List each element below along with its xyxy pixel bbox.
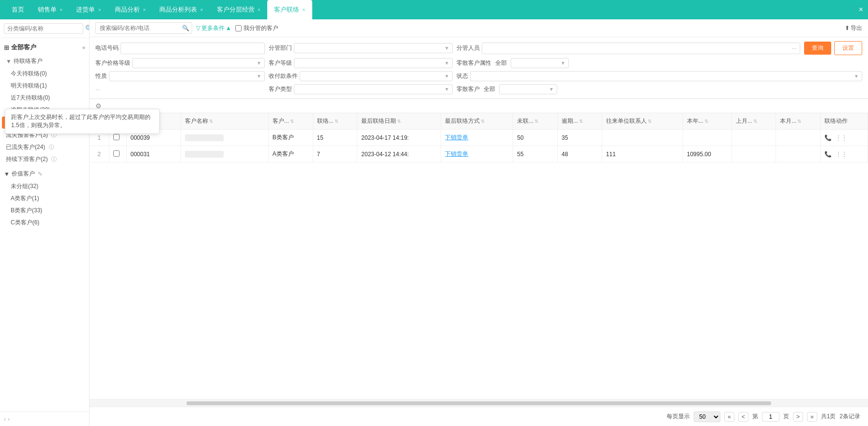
sidebar-item-declining[interactable]: 持续下滑客户(2) ⓘ [0, 153, 89, 165]
cell-action-1: 📞 ⋮⋮ [821, 130, 868, 146]
price-level-select[interactable]: ▼ [132, 58, 265, 68]
query-button[interactable]: 查询 [804, 42, 831, 55]
sidebar-item-c-class[interactable]: C类客户(6) [0, 217, 89, 229]
prev-page-btn[interactable]: < [738, 412, 748, 422]
more-conditions-btn[interactable]: ▽ 更多条件 ▲ [196, 24, 231, 32]
left-arrow-icon[interactable]: ‹ [4, 416, 6, 423]
cell-level-1: B类客户 [268, 130, 313, 146]
nav-home[interactable]: 首页 [5, 0, 31, 19]
nav-product-analysis-list[interactable]: 商品分析列表 × [152, 0, 210, 19]
nav-sales-close[interactable]: × [60, 7, 62, 13]
col-name[interactable]: 客户名称 ⇅ [181, 113, 268, 130]
status-select[interactable]: ▼ [470, 71, 862, 81]
manager-select[interactable]: ··· [482, 43, 800, 54]
customer-level-select[interactable]: ▼ [294, 58, 453, 68]
filter-payment: 收付款条件 ▼ [269, 71, 453, 81]
sidebar-section-pending[interactable]: ▼ 待联络客户 [0, 55, 89, 68]
nav-customer-layer[interactable]: 客户分层经营 × [210, 0, 267, 19]
nature-select[interactable]: ▼ [109, 71, 265, 81]
dept-select[interactable]: ▼ [294, 43, 453, 53]
col-company-contact[interactable]: 往来单位联系人 ⇅ [602, 113, 683, 130]
nav-sales[interactable]: 销售单 × [31, 0, 69, 19]
customer-level-chevron-icon: ▼ [444, 60, 449, 66]
collapse-icon[interactable]: « [82, 44, 85, 50]
cell-method-1[interactable]: 下销货单 [441, 130, 513, 146]
cell-contact-1: 15 [313, 130, 357, 146]
col-last-contact-date[interactable]: 最后联络日期 ⇅ [357, 113, 441, 130]
search-input[interactable] [95, 22, 192, 34]
status-label: 状态 [457, 72, 468, 80]
sidebar-item-b-class[interactable]: B类客户(33) [0, 205, 89, 217]
sidebar-search-input[interactable] [4, 23, 83, 34]
row-2-checkbox[interactable] [113, 150, 120, 157]
advanced-filters: 电话号码 分管部门 ▼ 分管人员 ··· [90, 37, 868, 99]
col-last-month[interactable]: 上月... ⇅ [731, 113, 776, 130]
row-1-checkbox[interactable] [113, 134, 120, 140]
window-close-button[interactable]: × [859, 5, 863, 14]
nav-customer-layer-close[interactable]: × [258, 7, 260, 13]
more-action-icon-1[interactable]: ⋮⋮ [836, 134, 847, 141]
sidebar-item-tomorrow[interactable]: 明天待联络(1) [0, 80, 89, 92]
cell-name-1 [181, 130, 268, 146]
col-this-year[interactable]: 本年... ⇅ [683, 113, 731, 130]
customer-type-select[interactable]: ▼ [294, 84, 453, 94]
cell-last-month-1 [731, 130, 776, 146]
last-page-btn[interactable]: » [807, 412, 817, 422]
sidebar-item-churned[interactable]: 已流失客户(24) ⓘ [0, 141, 89, 153]
filter-buttons: 查询 设置 [804, 41, 862, 55]
col-this-month[interactable]: 本月... ⇅ [776, 113, 821, 130]
nav-product-analysis-list-close[interactable]: × [200, 7, 203, 13]
page-input[interactable] [762, 412, 779, 422]
nav-customer-contact[interactable]: 客户联络 × [267, 0, 312, 19]
nav-product-analysis-close[interactable]: × [143, 7, 146, 13]
sidebar-item-7days[interactable]: 近7天待联络(0) [0, 92, 89, 104]
retail-attr-select[interactable]: ▼ [511, 58, 569, 68]
nav-customer-contact-close[interactable]: × [302, 7, 305, 13]
scrollbar-thumb[interactable] [186, 401, 771, 405]
col-last-contact-method[interactable]: 最后联络方式 ⇅ [441, 113, 513, 130]
col-level[interactable]: 客户... ⇅ [268, 113, 313, 130]
nav-purchase[interactable]: 进货单 × [69, 0, 107, 19]
table-header-row: 客户编码 ⇅ 客户名称 ⇅ [90, 113, 868, 130]
payment-select[interactable]: ▼ [300, 71, 453, 81]
cell-date-1: 2023-04-17 14:19: [357, 130, 441, 146]
phone-input[interactable] [121, 43, 265, 54]
cell-checkbox-2[interactable] [109, 146, 126, 162]
next-page-btn[interactable]: > [793, 412, 803, 422]
status-chevron-icon: ▼ [854, 73, 859, 79]
col-uncontacted[interactable]: 未联... ⇅ [513, 113, 558, 130]
nav-purchase-close[interactable]: × [98, 7, 101, 13]
sidebar-item-ungrouped[interactable]: 未分组(32) [0, 180, 89, 192]
nature-label: 性质 [95, 72, 107, 80]
sidebar-item-today[interactable]: 今天待联络(0) [0, 68, 89, 80]
retail-customer-select[interactable]: ▼ [499, 84, 557, 94]
per-page-select[interactable]: 50 100 200 [694, 411, 720, 422]
setting-button[interactable]: 设置 [834, 41, 862, 55]
cell-method-2[interactable]: 下销货单 [441, 146, 513, 162]
horizontal-scrollbar[interactable] [90, 399, 868, 407]
my-customer-checkbox[interactable] [235, 25, 242, 31]
table-scroll[interactable]: 客户编码 ⇅ 客户名称 ⇅ [90, 113, 868, 399]
my-customer-checkbox-label[interactable]: 我分管的客户 [235, 24, 278, 32]
more-action-icon-2[interactable]: ⋮⋮ [836, 151, 847, 158]
sort-icon-uncontacted: ⇅ [534, 118, 538, 124]
right-arrow-icon[interactable]: › [8, 416, 10, 423]
sidebar-root[interactable]: ⊞ 全部客户 « [0, 40, 89, 55]
cell-contact-2: 7 [313, 146, 357, 162]
sidebar-item-a-class[interactable]: A类客户(1) [0, 192, 89, 205]
export-button[interactable]: ⬆ 导出 [845, 24, 862, 32]
col-overdue[interactable]: 逾期... ⇅ [558, 113, 602, 130]
edit-icon[interactable]: ✎ [38, 171, 43, 177]
col-contact[interactable]: 联络... ⇅ [313, 113, 357, 130]
first-page-btn[interactable]: « [724, 412, 734, 422]
sort-icon-method: ⇅ [481, 118, 485, 124]
nav-product-analysis[interactable]: 商品分析 × [108, 0, 152, 19]
phone-action-icon-1[interactable]: 📞 [824, 134, 832, 141]
phone-action-icon-2[interactable]: 📞 [824, 151, 832, 158]
sidebar-search-icon[interactable]: 🔍 [85, 25, 90, 32]
search-icon[interactable]: 🔍 [182, 25, 189, 31]
manager-label: 分管人员 [457, 44, 480, 52]
dots-expand[interactable]: ··· [95, 86, 100, 93]
sidebar-section-value[interactable]: ▼ 价值客户 ✎ [0, 167, 89, 180]
filter-row-1: 电话号码 分管部门 ▼ 分管人员 ··· [95, 41, 862, 55]
